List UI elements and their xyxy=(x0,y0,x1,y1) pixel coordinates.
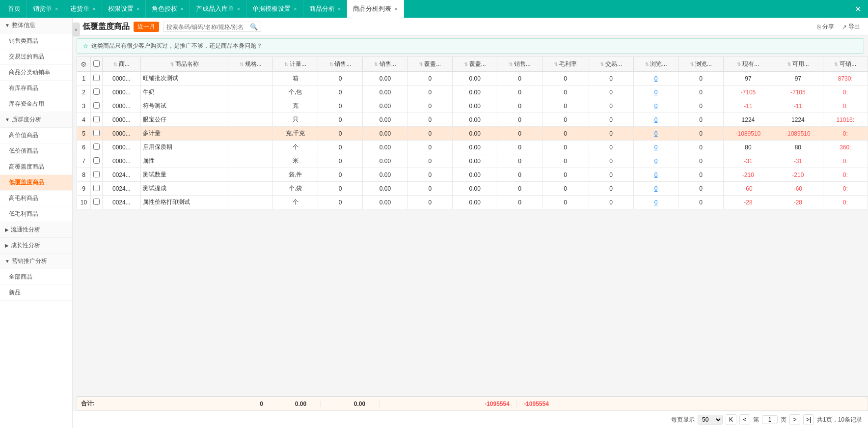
sidebar-section-marketing[interactable]: ▼ 营销推广分析 xyxy=(0,254,72,269)
row-checkbox[interactable] xyxy=(91,196,103,209)
share-button[interactable]: ⎘ 分享 xyxy=(815,22,836,32)
row-browse1[interactable]: 0 xyxy=(633,113,678,127)
col-sales-amt[interactable]: 销售... xyxy=(363,57,407,72)
window-close-button[interactable]: ✕ xyxy=(852,3,864,15)
nav-tab-home[interactable]: 首页 xyxy=(2,0,27,18)
next-page-button[interactable]: > xyxy=(789,414,800,425)
sidebar-item-all-products[interactable]: 全部商品 xyxy=(0,269,72,285)
col-saleable[interactable]: 可销... xyxy=(823,57,868,72)
nav-tab-template[interactable]: 单据模板设置 × xyxy=(246,0,303,18)
col-name[interactable]: 商品名称 xyxy=(140,57,228,72)
nav-tab-role[interactable]: 角色授权 × xyxy=(146,0,190,18)
data-table-container[interactable]: ⚙ 商... 商品名称 规格... 计量... 销售... 销售... 覆盖..… xyxy=(77,57,868,396)
row-checkbox[interactable] xyxy=(91,72,103,86)
col-current[interactable]: 现有... xyxy=(723,57,773,72)
search-icon[interactable]: 🔍 xyxy=(250,23,258,30)
row-browse1[interactable]: 0 xyxy=(633,86,678,99)
row-checkbox[interactable] xyxy=(91,127,103,141)
export-button[interactable]: ↗ 导出 xyxy=(840,22,862,32)
row-browse1[interactable]: 0 xyxy=(633,99,678,113)
sidebar-item-sales-dynamic[interactable]: 商品分类动销率 xyxy=(0,65,72,81)
sidebar-section-flow[interactable]: ▶ 流通性分析 xyxy=(0,222,72,238)
row-checkbox[interactable] xyxy=(91,168,103,182)
nav-tab-sales[interactable]: 销货单 × xyxy=(27,0,64,18)
row-select-checkbox[interactable] xyxy=(93,199,100,205)
row-checkbox[interactable] xyxy=(91,182,103,196)
row-browse1[interactable]: 0 xyxy=(633,72,678,86)
row-browse1[interactable]: 0 xyxy=(633,141,678,154)
nav-tab-permissions[interactable]: 权限设置 × xyxy=(102,0,146,18)
sidebar-item-high-profit[interactable]: 高毛利商品 xyxy=(0,191,72,206)
col-available[interactable]: 可用... xyxy=(773,57,823,72)
sidebar-item-low-coverage[interactable]: 低覆盖度商品 xyxy=(0,175,72,191)
sidebar-item-sales-category[interactable]: 销售类商品 xyxy=(0,33,72,49)
last-page-button[interactable]: >| xyxy=(803,414,814,425)
prev-page-button[interactable]: < xyxy=(739,414,750,425)
nav-close-role[interactable]: × xyxy=(180,6,183,12)
page-number-input[interactable] xyxy=(762,415,778,424)
nav-close-analysis[interactable]: × xyxy=(338,6,341,12)
col-browse1[interactable]: 浏览... xyxy=(633,57,678,72)
sidebar-item-traded[interactable]: 交易过的商品 xyxy=(0,49,72,65)
row-browse1[interactable]: 0 xyxy=(633,196,678,209)
row-checkbox[interactable] xyxy=(91,99,103,113)
row-select-checkbox[interactable] xyxy=(93,171,100,177)
row-browse1[interactable]: 0 xyxy=(633,127,678,141)
sidebar-item-new-products[interactable]: 新品 xyxy=(0,285,72,301)
sidebar-item-stock-fund[interactable]: 库存资金占用 xyxy=(0,96,72,112)
sidebar-collapse-button[interactable]: « xyxy=(73,23,80,36)
row-select-checkbox[interactable] xyxy=(93,88,100,95)
sidebar-item-low-profit[interactable]: 低毛利商品 xyxy=(0,206,72,222)
row-browse1[interactable]: 0 xyxy=(633,182,678,196)
nav-close-sales[interactable]: × xyxy=(55,6,58,12)
col-gross-rate[interactable]: 毛利率 xyxy=(542,57,589,72)
col-settings[interactable]: ⚙ xyxy=(77,57,91,72)
sidebar-item-high-coverage[interactable]: 高覆盖度商品 xyxy=(0,159,72,175)
nav-tab-analysis[interactable]: 商品分析 × xyxy=(303,0,347,18)
col-sales-qty[interactable]: 销售... xyxy=(318,57,362,72)
col-spec[interactable]: 规格... xyxy=(228,57,273,72)
row-browse1[interactable]: 0 xyxy=(633,154,678,168)
col-code[interactable]: 商... xyxy=(103,57,141,72)
row-checkbox[interactable] xyxy=(91,86,103,99)
nav-tab-product-entry[interactable]: 产成品入库单 × xyxy=(190,0,246,18)
nav-close-product-entry[interactable]: × xyxy=(237,6,240,12)
sidebar-item-low-value[interactable]: 低价值商品 xyxy=(0,143,72,159)
nav-close-permissions[interactable]: × xyxy=(136,6,139,12)
nav-close-purchase[interactable]: × xyxy=(92,6,95,12)
col-checkbox[interactable] xyxy=(91,57,103,72)
row-browse1[interactable]: 0 xyxy=(633,168,678,182)
col-coverage2[interactable]: 覆盖... xyxy=(452,57,497,72)
nav-close-analysis-list[interactable]: × xyxy=(394,6,397,12)
row-coverage2: 0.00 xyxy=(452,127,497,141)
search-input[interactable] xyxy=(166,24,250,30)
row-select-checkbox[interactable] xyxy=(93,185,100,191)
sidebar-item-high-value[interactable]: 高价值商品 xyxy=(0,128,72,143)
row-checkbox[interactable] xyxy=(91,154,103,168)
first-page-button[interactable]: K xyxy=(726,414,736,425)
sidebar-section-overall[interactable]: ▼ 整体信息 xyxy=(0,18,72,33)
row-select-checkbox[interactable] xyxy=(93,143,100,150)
col-trade[interactable]: 交易... xyxy=(589,57,633,72)
col-unit[interactable]: 计量... xyxy=(273,57,318,72)
sidebar-section-growth[interactable]: ▶ 成长性分析 xyxy=(0,238,72,254)
col-browse2[interactable]: 浏览... xyxy=(678,57,723,72)
row-select-checkbox[interactable] xyxy=(93,130,100,136)
col-coverage1[interactable]: 覆盖... xyxy=(407,57,452,72)
sidebar-item-has-stock[interactable]: 有库存商品 xyxy=(0,81,72,96)
row-checkbox[interactable] xyxy=(91,113,103,127)
row-select-checkbox[interactable] xyxy=(93,75,100,81)
nav-tab-purchase[interactable]: 进货单 × xyxy=(64,0,102,18)
nav-close-template[interactable]: × xyxy=(294,6,297,12)
page-size-select[interactable]: 50 20 100 200 xyxy=(698,415,723,425)
col-sales3[interactable]: 销售... xyxy=(497,57,542,72)
settings-icon[interactable]: ⚙ xyxy=(81,60,87,68)
select-all-checkbox[interactable] xyxy=(93,60,100,67)
row-checkbox[interactable] xyxy=(91,141,103,154)
nav-tab-analysis-list[interactable]: 商品分析列表 × xyxy=(347,0,404,18)
time-filter-button[interactable]: 近一月 xyxy=(134,22,159,32)
row-select-checkbox[interactable] xyxy=(93,102,100,109)
row-select-checkbox[interactable] xyxy=(93,157,100,164)
sidebar-section-quality[interactable]: ▼ 质群度分析 xyxy=(0,112,72,128)
row-select-checkbox[interactable] xyxy=(93,116,100,122)
